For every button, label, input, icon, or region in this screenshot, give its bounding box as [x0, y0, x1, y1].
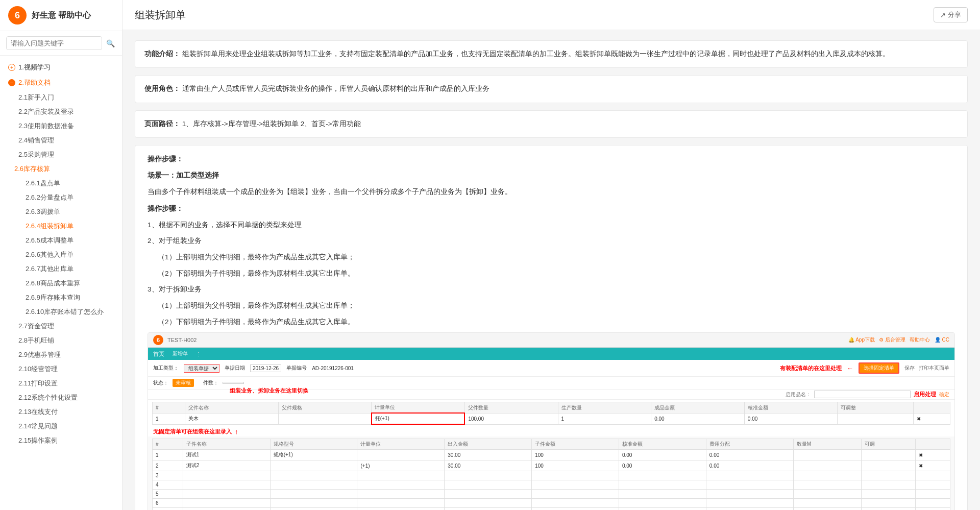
enable-input[interactable] — [814, 391, 911, 398]
sidebar-item-docs-262[interactable]: 2.6.2分量盘点单 — [0, 190, 122, 205]
sidebar-item-docs-29[interactable]: 2.9优惠券管理 — [0, 348, 122, 362]
nav-home[interactable]: 首页 — [153, 350, 164, 358]
table-row: 7 — [153, 508, 950, 510]
th-fspec: 父件规格 — [278, 402, 372, 414]
search-input[interactable] — [6, 36, 102, 50]
form-order-value: AD-20191226-001 — [312, 366, 354, 371]
form-date-value: 2019-12-26 — [250, 365, 281, 372]
minus-icon: − — [8, 79, 15, 86]
sidebar-item-docs[interactable]: − 2.帮助文档 — [0, 75, 122, 90]
ops-steps-label: 操作步骤： — [148, 202, 955, 215]
scene1-heading: 场景一：加工类型选择 — [148, 172, 219, 179]
select-template-btn[interactable]: 选择固定清单 — [859, 362, 899, 374]
sidebar-item-docs-211[interactable]: 2.11打印设置 — [0, 376, 122, 391]
sidebar-item-docs-22[interactable]: 2.2产品安装及登录 — [0, 105, 122, 119]
mock-upper-table-container: # 父件名称 父件规格 计量单位 父件数量 生产数量 成品金额 核准金额 可调整 — [148, 400, 954, 427]
share-button[interactable]: ↗ 分享 — [934, 7, 968, 22]
annotation1: 有装配清单的在这里处理 — [780, 365, 842, 372]
path-label: 页面路径： — [144, 120, 180, 128]
page-title: 组装拆卸单 — [135, 8, 186, 22]
search-button[interactable]: 🔍 — [105, 38, 116, 48]
status-label: 状态： — [153, 379, 168, 386]
steps-heading: 操作步骤： — [148, 155, 955, 164]
th-unit: 计量单位 — [372, 402, 465, 414]
nav-neworder[interactable]: 新增单 — [167, 349, 193, 358]
app-id: TEST-H002 — [167, 337, 197, 343]
sidebar-item-docs-214[interactable]: 2.14常见问题 — [0, 419, 122, 433]
sidebar-item-label: 1.视频学习 — [18, 63, 51, 72]
content-area: 功能介绍： 组装拆卸单用来处理企业组装或拆卸等加工业务，支持有固定装配清单的产品… — [122, 30, 980, 510]
form-date-label: 单据日期 — [225, 365, 245, 372]
sidebar-item-video[interactable]: + 1.视频学习 — [0, 60, 122, 75]
th-fname: 父件名称 — [185, 402, 278, 414]
sidebar-item-docs-2610[interactable]: 2.6.10库存账本错了怎么办 — [0, 305, 122, 319]
form-type-select[interactable]: 组装单据 — [184, 364, 219, 373]
sidebar-item-docs-266[interactable]: 2.6.6其他入库单 — [0, 248, 122, 262]
table-row: 4 — [153, 480, 950, 490]
sidebar-item-docs-210[interactable]: 2.10经营管理 — [0, 362, 122, 376]
role-card: 使用角色： 通常由生产人员或库管人员完成拆装业务的操作，库管人员确认原材料的出库… — [135, 75, 968, 103]
plus-icon: + — [8, 64, 15, 71]
sidebar: 6 好生意 帮助中心 🔍 + 1.视频学习 − 2.帮助文档 2.1新手入门 2… — [0, 0, 122, 510]
sidebar-item-docs-261[interactable]: 2.6.1盘点单 — [0, 176, 122, 190]
role-text: 通常由生产人员或库管人员完成拆装业务的操作，库管人员确认原材料的出库和产成品的入… — [182, 85, 489, 92]
mock-lower-table-container: # 子件名称 规格型号 计量单位 出入金额 子件金额 核准金额 费用分配 数量M — [148, 436, 954, 510]
sidebar-item-docs-267[interactable]: 2.6.7其他出库单 — [0, 262, 122, 276]
sidebar-item-docs-212[interactable]: 2.12系统个性化设置 — [0, 391, 122, 405]
path-card: 页面路径： 1、库存核算->库存管理->组装拆卸单 2、首页->常用功能 — [135, 110, 968, 138]
sidebar-item-docs-263[interactable]: 2.6.3调拨单 — [0, 205, 122, 219]
sidebar-item-docs-215[interactable]: 2.15操作案例 — [0, 433, 122, 448]
mock-lower-table: # 子件名称 规格型号 计量单位 出入金额 子件金额 核准金额 费用分配 数量M — [152, 439, 950, 510]
mock-form-header: 加工类型： 组装单据 单据日期 2019-12-26 单据编号 AD-20191… — [148, 360, 954, 377]
th-amount: 成品金额 — [651, 402, 745, 414]
sidebar-item-docs-21[interactable]: 2.1新手入门 — [0, 90, 122, 105]
sidebar-item-docs-265[interactable]: 2.6.5成本调整单 — [0, 233, 122, 248]
sidebar-item-docs-269[interactable]: 2.6.9库存账本查询 — [0, 290, 122, 305]
th-fqty: 父件数量 — [464, 402, 558, 414]
sidebar-item-docs-26[interactable]: 2.6库存核算 — [0, 162, 122, 176]
app-logo: 6 — [153, 335, 163, 345]
sidebar-header: 6 好生意 帮助中心 — [0, 0, 122, 31]
form-type-label: 加工类型： — [153, 365, 179, 372]
annotation2: 组装业务、拆卸业务在这里切换 — [230, 387, 308, 395]
sidebar-item-label: 2.帮助文档 — [18, 78, 51, 87]
step2-sub1: （1）上部明细为父件明细，最终作为产成品生成其它入库单； — [148, 251, 955, 264]
arrow1: ← — [847, 365, 853, 372]
step1: 1、根据不同的业务，选择不同单据的类型来处理 — [148, 218, 955, 232]
sidebar-item-docs-27[interactable]: 2.7资金管理 — [0, 319, 122, 333]
intro-label: 功能介绍： — [144, 50, 180, 58]
annotation3: 启用处理 — [914, 391, 936, 398]
table-row: 3 — [153, 471, 950, 480]
share-label: 分享 — [948, 10, 961, 19]
annotation4: 无固定清单可在组装在这里录入 — [153, 428, 232, 435]
th-actions — [913, 402, 950, 414]
sidebar-item-docs-25[interactable]: 2.5采购管理 — [0, 148, 122, 162]
sidebar-item-docs-264[interactable]: 2.6.4组装拆卸单 — [0, 219, 122, 233]
sidebar-item-docs-213[interactable]: 2.13在线支付 — [0, 405, 122, 419]
annotation4-row: 无固定清单可在组装在这里录入 ↑ — [148, 427, 954, 436]
th-appamount: 核准金额 — [744, 402, 838, 414]
table-row: 1 关木 托(+1) 100.00 1 0.00 0.00 — [153, 413, 950, 424]
th-prodqty: 生产数量 — [558, 402, 651, 414]
enable-label: 启用品名： — [786, 391, 811, 398]
table-row: 1 测试1 规格(+1) 30.00 100 0.00 0.00 — [153, 450, 950, 460]
sidebar-item-docs-268[interactable]: 2.6.8商品成本重算 — [0, 276, 122, 290]
sidebar-item-docs-24[interactable]: 2.4销售管理 — [0, 133, 122, 148]
screenshot-container: 6 TEST-H002 🔔 App下载 ⚙ 后台管理 帮助中心 👤 CC 首页 … — [148, 332, 955, 510]
role-label: 使用角色： — [144, 85, 180, 92]
table-row: 2 测试2 (+1) 30.00 100 0.00 0.00 — [153, 460, 950, 471]
main-header: 组装拆卸单 ↗ 分享 — [122, 0, 980, 30]
sidebar-item-docs-28[interactable]: 2.8手机旺铺 — [0, 333, 122, 348]
step2: 2、对于组装业务 — [148, 234, 955, 248]
step3-sub1: （1）上部明细为父件明细，最终作为原材料生成其它出库单； — [148, 299, 955, 312]
sidebar-item-docs-23[interactable]: 2.3使用前数据准备 — [0, 119, 122, 133]
mock-app: 6 TEST-H002 🔔 App下载 ⚙ 后台管理 帮助中心 👤 CC 首页 … — [148, 333, 954, 510]
confirm-btn[interactable]: 确定 — [939, 391, 949, 398]
logo-text: 好生意 帮助中心 — [32, 10, 91, 21]
nav-more: ⋮ — [196, 351, 201, 357]
search-bar: 🔍 — [0, 31, 122, 56]
form-order-label: 单据编号 — [286, 365, 307, 372]
mock-app-bar: 6 TEST-H002 🔔 App下载 ⚙ 后台管理 帮助中心 👤 CC — [148, 333, 954, 348]
pieces-value — [223, 382, 244, 384]
app-topbar-icons: 🔔 App下载 ⚙ 后台管理 帮助中心 👤 CC — [848, 336, 949, 344]
